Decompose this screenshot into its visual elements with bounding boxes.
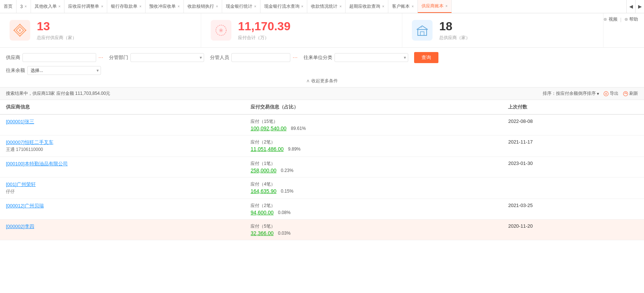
balance-select[interactable]: 选择...	[27, 66, 101, 75]
stat-total-suppliers: 18 总供应商（家）	[402, 13, 603, 47]
stat-payable-total-content: 11,170.39 应付合计（万）	[238, 20, 290, 41]
query-button[interactable]: 查询	[414, 52, 438, 63]
amount-link[interactable]: 100,092,540.00	[251, 125, 286, 131]
person-input[interactable]	[231, 53, 290, 62]
table-row: [000007]恒旺二手叉车王通 17106110000应付（2笔）11,051…	[0, 135, 644, 157]
nav-tab-payment[interactable]: 收款核销执行 ×	[184, 0, 222, 13]
stat-icon-payable: ❀	[210, 19, 232, 41]
tx-amount-row: 32,366.000.03%	[251, 230, 496, 236]
nav-tab-prepay[interactable]: 预收冲应收单 ×	[146, 0, 184, 13]
tx-percent: 0.03%	[278, 231, 291, 236]
table-row: [001]广州荣轩仔仔应付（4笔）164,635.900.15%	[0, 177, 644, 199]
nav-tab-overdue-close[interactable]: ×	[382, 4, 384, 8]
filter-dept: 分管部门	[109, 53, 204, 62]
refresh-button[interactable]: 刷新	[623, 90, 638, 97]
amount-link[interactable]: 11,051,486.00	[251, 146, 284, 152]
svg-point-11	[623, 92, 628, 96]
supplier-link[interactable]: [001]广州荣轩	[6, 181, 239, 188]
nav-tab-3-close[interactable]: ×	[25, 4, 27, 8]
help-link[interactable]: ⊙ 帮助	[624, 16, 638, 23]
tx-amount-row: 11,051,486.009.89%	[251, 146, 496, 152]
nav-tab-other-income-label: 其他收入单	[35, 3, 57, 10]
nav-tab-overdue[interactable]: 超期应收款查询 ×	[346, 0, 388, 13]
export-button[interactable]: 导出	[603, 90, 619, 97]
table-row: [000012]广州贝瑞应付（2笔）94,600.000.08%2021-03-…	[0, 199, 644, 220]
stat-icon-suppliers: ¥	[9, 19, 31, 41]
stat-payable-total: ❀ 11,170.39 应付合计（万）	[201, 13, 402, 47]
supplier-link[interactable]: [000001]张三	[6, 118, 239, 125]
stat-payable-suppliers-number: 13	[37, 20, 77, 33]
dept-select[interactable]	[130, 53, 204, 62]
supplier-cell: [000100]本特勤油品有限公司	[0, 157, 245, 177]
nav-tab-cash-bank[interactable]: 现金银行统计 ×	[222, 0, 260, 13]
nav-tab-other-income[interactable]: 其他收入单 ×	[31, 0, 65, 13]
amount-link[interactable]: 94,600.00	[251, 210, 273, 216]
th-supplier: 供应商信息	[0, 100, 245, 114]
supplier-cell: [001]广州荣轩仔仔	[0, 177, 245, 199]
dept-label: 分管部门	[109, 54, 128, 61]
link-separator: |	[620, 17, 622, 22]
export-icon	[603, 91, 609, 96]
nav-tab-collection-stats-close[interactable]: ×	[339, 4, 342, 8]
tx-label: 应付（15笔）	[251, 118, 496, 125]
results-text: 搜索结果中，供应商13家 应付金额 111,703,854.00元	[6, 90, 110, 97]
data-table-container: 供应商信息 应付交易信息（占比） 上次付数 [000001]张三应付（15笔）1…	[0, 100, 644, 240]
transaction-cell: 应付（5笔）32,366.000.03%	[245, 220, 502, 240]
supplier-link[interactable]: [000012]广州贝瑞	[6, 203, 239, 209]
nav-tab-cash-bank-close[interactable]: ×	[254, 4, 256, 8]
table-row: [000001]张三应付（15笔）100,092,540.0089.61%202…	[0, 114, 644, 135]
nav-tab-adjustment-close[interactable]: ×	[101, 4, 103, 8]
supplier-link[interactable]: [000002]李四	[6, 223, 239, 230]
refresh-icon	[623, 91, 628, 96]
supplier-label: 供应商	[6, 54, 20, 61]
category-select-wrap	[335, 53, 408, 62]
nav-left-arrow[interactable]: ◀	[626, 0, 635, 13]
nav-tab-customer-ledger-close[interactable]: ×	[412, 4, 414, 8]
amount-link[interactable]: 164,635.90	[251, 188, 276, 194]
nav-tab-supplier-ledger-close[interactable]: ×	[445, 4, 448, 8]
nav-tab-payment-close[interactable]: ×	[216, 4, 218, 8]
table-header: 供应商信息 应付交易信息（占比） 上次付数	[0, 100, 644, 114]
nav-tab-customer-ledger[interactable]: 客户账本 ×	[388, 0, 418, 13]
lastpay-cell: 2020-11-20	[502, 220, 644, 240]
nav-tab-cashflow-close[interactable]: ×	[301, 4, 304, 8]
nav-tab-supplier-ledger[interactable]: 供应商账本 ×	[418, 0, 452, 13]
sort-chevron-icon: ▾	[597, 91, 599, 96]
amount-link[interactable]: 258,000.00	[251, 168, 276, 173]
nav-tab-home[interactable]: 首页	[0, 0, 17, 13]
supplier-cell: [000012]广州贝瑞	[0, 199, 245, 220]
supplier-sub: 王通 17106110000	[6, 147, 43, 152]
tx-percent: 0.08%	[278, 210, 291, 215]
nav-tab-3[interactable]: 3 ×	[17, 0, 31, 13]
video-link[interactable]: ⊙ 视频	[603, 16, 617, 23]
tx-label: 应付（2笔）	[251, 139, 496, 145]
nav-tab-collection-stats[interactable]: 收款情况统计 ×	[307, 0, 346, 13]
nav-tab-bank-deposit[interactable]: 银行存取款单 ×	[107, 0, 146, 13]
nav-right-arrow[interactable]: ▶	[635, 0, 644, 13]
category-select[interactable]	[335, 53, 408, 62]
nav-tab-bank-deposit-close[interactable]: ×	[139, 4, 141, 8]
svg-text:¥: ¥	[18, 28, 21, 32]
amount-link[interactable]: 32,366.00	[251, 230, 273, 236]
store-icon	[416, 24, 429, 37]
nav-tab-other-income-close[interactable]: ×	[59, 4, 61, 8]
tx-amount-row: 94,600.000.08%	[251, 210, 496, 216]
supplier-cell: [000001]张三	[0, 114, 245, 135]
person-dots[interactable]: ···	[293, 54, 297, 61]
nav-tab-customer-ledger-label: 客户账本	[392, 3, 410, 10]
nav-tab-cashflow[interactable]: 现金银行流水查询 ×	[260, 0, 308, 13]
lastpay-cell: 2023-01-30	[502, 157, 644, 177]
nav-tab-adjustment[interactable]: 应收应付调整单 ×	[64, 0, 107, 13]
collapse-button[interactable]: ∧ 收起更多条件	[300, 78, 344, 84]
nav-tab-overdue-label: 超期应收款查询	[349, 3, 380, 10]
sort-button[interactable]: 排序：按应付余额倒序排序 ▾	[543, 90, 599, 97]
filter-balance: 往来余额 选择...	[6, 66, 101, 75]
sort-label: 排序：按应付余额倒序排序	[543, 90, 596, 97]
supplier-link[interactable]: [000100]本特勤油品有限公司	[6, 161, 239, 167]
supplier-link[interactable]: [000007]恒旺二手叉车	[6, 139, 239, 146]
supplier-dots[interactable]: ···	[98, 54, 103, 61]
supplier-input[interactable]	[22, 53, 96, 62]
wheat-icon: ❀	[214, 24, 228, 37]
nav-tab-prepay-close[interactable]: ×	[178, 4, 180, 8]
transaction-cell: 应付（2笔）94,600.000.08%	[245, 199, 502, 220]
